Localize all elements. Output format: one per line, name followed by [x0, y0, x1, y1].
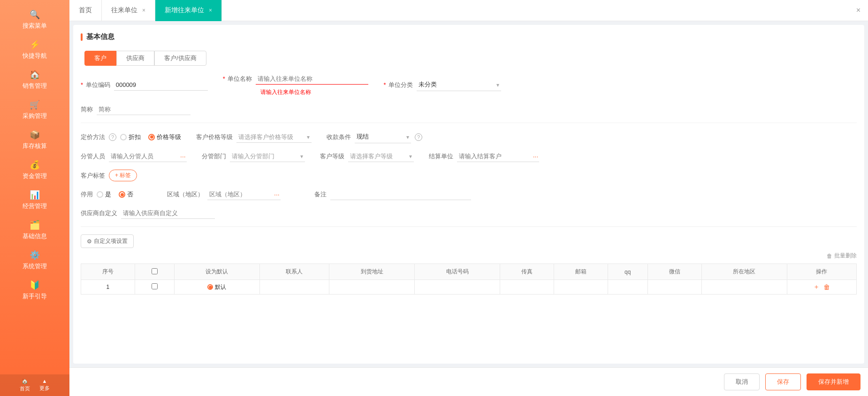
sidebar-item-guide[interactable]: 🔰 新手引导 — [0, 275, 69, 305]
custom-setting-button[interactable]: ⚙ 自定义项设置 — [81, 234, 134, 248]
customer-level-label: 客户等级 — [320, 152, 344, 161]
region-input[interactable] — [207, 189, 273, 200]
sidebar-item-basic[interactable]: 🗂️ 基础信息 — [0, 215, 69, 245]
operations-icon: 📊 — [30, 190, 40, 200]
unit-type-supplier[interactable]: 供应商 — [116, 51, 154, 66]
customer-level-select[interactable]: 请选择客户等级 — [348, 151, 414, 162]
payment-help-icon[interactable]: ? — [415, 133, 422, 141]
save-button[interactable]: 保存 — [765, 373, 801, 390]
batch-delete-label[interactable]: 批量删除 — [834, 252, 857, 260]
basic-icon: 🗂️ — [30, 220, 40, 230]
unit-type-customer[interactable]: 客户 — [84, 51, 116, 66]
col-phone: 电话号码 — [415, 264, 500, 280]
unit-name-input[interactable] — [256, 73, 368, 85]
col-checkbox — [135, 264, 174, 280]
pricing-row: 定价方法 ? 折扣 价格等级 客户价格等级 — [81, 131, 857, 143]
pricing-discount-option[interactable]: 折扣 — [120, 133, 141, 141]
quick-nav-icon: ⚡ — [30, 39, 40, 50]
col-action: 操作 — [787, 264, 857, 280]
payment-terms-group: 收款条件 现结 ▾ ? — [327, 131, 422, 143]
manager-more-icon[interactable]: ··· — [179, 153, 187, 160]
customer-price-select[interactable]: 请选择客户价格等级 — [236, 132, 312, 143]
disabled-yes-option[interactable]: 是 — [97, 190, 111, 199]
row-check[interactable] — [152, 283, 158, 289]
settlement-input[interactable] — [457, 151, 532, 162]
unit-name-label: * 单位名称 — [223, 75, 252, 83]
col-default: 设为默认 — [174, 264, 259, 280]
save-new-button[interactable]: 保存并新增 — [807, 373, 860, 390]
sidebar-item-search[interactable]: 🔍 搜索菜单 — [0, 5, 69, 35]
payment-terms-value[interactable]: 现结 — [355, 131, 411, 143]
row-checkbox — [135, 280, 174, 295]
unit-type-both[interactable]: 客户/供应商 — [154, 51, 206, 66]
row-contact — [259, 280, 329, 295]
dept-select[interactable]: 请输入分管部门 — [230, 151, 305, 162]
close-main-button[interactable]: × — [856, 6, 860, 15]
customer-tag-row: 客户标签 + 标签 — [81, 170, 857, 181]
sidebar-item-inventory[interactable]: 📦 库存核算 — [0, 125, 69, 155]
table-header-row: 序号 设为默认 联系人 到货地址 电话号码 传真 邮箱 qq 微信 所在地区 操… — [81, 264, 857, 280]
gear-icon: ⚙ — [87, 238, 92, 245]
unit-code-input[interactable] — [114, 79, 208, 91]
supplier-custom-label: 供应商自定义 — [81, 209, 117, 217]
disabled-no-radio[interactable] — [119, 191, 125, 198]
disabled-no-option[interactable]: 否 — [119, 190, 133, 199]
custom-setting-row: ⚙ 自定义项设置 — [81, 234, 857, 248]
select-all-checkbox[interactable] — [152, 268, 158, 274]
supplier-custom-input[interactable] — [121, 208, 215, 219]
region-more-icon[interactable]: ··· — [273, 191, 281, 198]
col-fax: 传真 — [500, 264, 554, 280]
sidebar-item-sales[interactable]: 🏠 销售管理 — [0, 65, 69, 95]
remark-group: 备注 — [314, 189, 471, 200]
sidebar-item-quick-nav[interactable]: ⚡ 快捷导航 — [0, 35, 69, 65]
col-wechat: 微信 — [647, 264, 701, 280]
tab-home[interactable]: 首页 — [69, 0, 102, 21]
row-qq — [608, 280, 647, 295]
sidebar-bottom-more[interactable]: ▲ 更多 — [39, 378, 50, 392]
tab-new-partner[interactable]: 新增往来单位 × — [155, 0, 222, 21]
customer-level-select-wrapper: 请选择客户等级 ▾ — [348, 151, 414, 162]
unit-type-group: 客户 供应商 客户/供应商 — [81, 51, 206, 66]
region-group: 区域（地区） ··· — [167, 189, 281, 200]
disabled-yes-radio[interactable] — [97, 191, 103, 198]
section-basic-info: 基本信息 — [81, 32, 857, 41]
alias-input[interactable] — [97, 104, 190, 115]
sidebar-bottom-home[interactable]: 🏠 首页 — [20, 378, 30, 392]
unit-name-error: 请输入往来单位名称 — [260, 89, 311, 95]
delete-row-icon[interactable]: 🗑 — [823, 283, 830, 291]
default-radio[interactable] — [207, 284, 213, 290]
sidebar-item-purchase[interactable]: 🛒 采购管理 — [0, 95, 69, 125]
sidebar-item-system[interactable]: ⚙️ 系统管理 — [0, 245, 69, 275]
row-default: 默认 — [174, 280, 259, 295]
region-label: 区域（地区） — [167, 190, 204, 199]
manager-input[interactable] — [109, 151, 179, 162]
unit-category-value[interactable]: 未分类 — [417, 78, 501, 91]
unit-type-buttons: 客户 供应商 客户/供应商 — [84, 51, 206, 66]
settlement-more-icon[interactable]: ··· — [532, 153, 540, 160]
add-tag-button[interactable]: + 标签 — [109, 170, 137, 181]
finance-icon: 💰 — [30, 160, 40, 170]
content-area: 基本信息 客户 供应商 客户/供应商 * 单位编码 — [73, 25, 864, 364]
unit-type-row: 客户 供应商 客户/供应商 — [81, 51, 857, 66]
pricing-help-icon[interactable]: ? — [109, 133, 116, 141]
pricing-discount-radio[interactable] — [120, 134, 127, 140]
row-index: 1 — [81, 280, 135, 295]
pricing-price-level-radio[interactable] — [148, 134, 155, 140]
system-icon: ⚙️ — [30, 250, 40, 260]
sidebar-item-finance[interactable]: 💰 资金管理 — [0, 155, 69, 185]
add-row-icon[interactable]: ＋ — [813, 283, 820, 291]
pricing-price-level-option[interactable]: 价格等级 — [148, 133, 181, 141]
sidebar-item-operations[interactable]: 📊 经营管理 — [0, 185, 69, 215]
unit-code-group: * 单位编码 — [81, 79, 208, 91]
col-qq: qq — [608, 264, 647, 280]
pricing-method-group: 定价方法 ? 折扣 价格等级 — [81, 133, 181, 141]
main-area: 首页 往来单位 × 新增往来单位 × × 基本信息 客户 供应商 客户/供 — [69, 0, 868, 396]
remark-input[interactable] — [330, 189, 471, 200]
payment-terms-select-wrapper: 现结 ▾ — [355, 131, 411, 143]
close-partner-tab[interactable]: × — [142, 7, 145, 14]
close-new-partner-tab[interactable]: × — [209, 7, 212, 14]
cancel-button[interactable]: 取消 — [724, 373, 760, 390]
manager-row: 分管人员 ··· 分管部门 请输入分管部门 ▾ 客户等级 — [81, 151, 857, 162]
alias-group: 简称 — [81, 104, 190, 115]
tab-partner[interactable]: 往来单位 × — [102, 0, 155, 21]
